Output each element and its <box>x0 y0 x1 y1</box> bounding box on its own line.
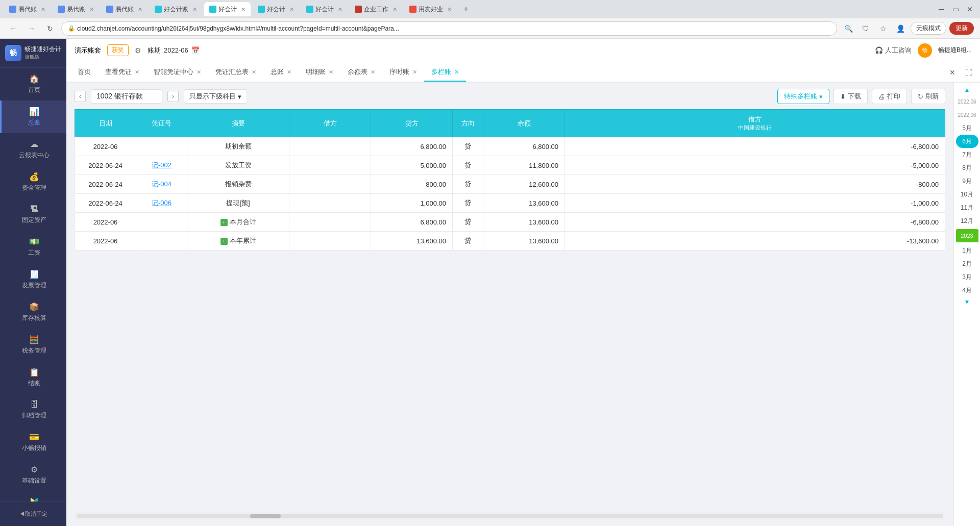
tab-close-9[interactable]: ✕ <box>447 6 452 13</box>
date-item-9[interactable]: 9月 <box>956 174 978 188</box>
browser-tab-9[interactable]: 用友好业 ✕ <box>404 2 457 16</box>
sidebar-item-ledger[interactable]: 📊 总账 <box>0 101 66 133</box>
tab-close-8[interactable]: ✕ <box>393 6 397 13</box>
tab-sequence-close[interactable]: ✕ <box>412 69 417 76</box>
tab-close-1[interactable]: ✕ <box>41 6 45 13</box>
sidebar-item-guide[interactable]: 🔰 新手引导 <box>0 491 66 502</box>
print-button[interactable]: 🖨 打印 <box>872 89 907 104</box>
date-panel-scroll-up[interactable]: ▲ <box>956 85 978 95</box>
tab-sequence-ledger[interactable]: 序时账 ✕ <box>382 63 424 82</box>
refresh-button[interactable]: ↻ 刷新 <box>911 89 945 104</box>
browser-tab-5[interactable]: 好会计 ✕ <box>204 2 251 16</box>
restore-button[interactable]: ▭ <box>949 3 962 15</box>
date-item-2022-06-row2[interactable]: 2022.06 <box>956 108 978 121</box>
account-next-button[interactable]: › <box>167 91 179 102</box>
tab-general-ledger-close[interactable]: ✕ <box>287 69 291 76</box>
tab-close-4[interactable]: ✕ <box>192 6 197 13</box>
app-logo-icon: 畅 <box>5 45 21 61</box>
date-item-8[interactable]: 8月 <box>956 161 978 174</box>
download-button[interactable]: ⬇ 下载 <box>834 89 868 104</box>
url-input[interactable]: 🔒 cloud2.chanjet.com/accounting/uh26t264… <box>61 21 837 36</box>
tab-detail-ledger[interactable]: 明细账 ✕ <box>299 63 340 82</box>
date-panel-scroll-down[interactable]: ▼ <box>956 297 978 307</box>
date-item-7[interactable]: 7月 <box>956 148 978 161</box>
settings-gear-icon[interactable]: ⚙ <box>135 46 141 55</box>
browser-tab-7[interactable]: 好会计 ✕ <box>301 2 348 16</box>
sidebar-item-archive[interactable]: 🗄 归档管理 <box>0 394 66 426</box>
browser-tab-2[interactable]: 易代账 ✕ <box>53 2 99 16</box>
tab-multi-column-close[interactable]: ✕ <box>454 69 459 76</box>
date-item-2023-3[interactable]: 3月 <box>956 270 978 284</box>
sidebar-item-tax[interactable]: 🧮 税务管理 <box>0 329 66 361</box>
unpin-button[interactable]: ◀取消固定 <box>3 507 63 521</box>
consult-button[interactable]: 🎧 人工咨询 <box>875 46 912 55</box>
table-row: 2022-06 +本月合计 6,800.00 贷 13,600.00 -6,80… <box>75 213 945 232</box>
period-calendar-icon[interactable]: 📅 <box>191 46 200 54</box>
cell-voucher-3[interactable]: 记-006 <box>136 194 187 213</box>
scroll-thumb[interactable] <box>250 514 281 518</box>
tab-general-ledger[interactable]: 总账 ✕ <box>263 63 299 82</box>
tab-smart-voucher[interactable]: 智能凭证中心 ✕ <box>146 63 208 82</box>
date-item-6[interactable]: 6月 <box>956 135 978 148</box>
sidebar-item-cloud-report[interactable]: ☁ 云报表中心 <box>0 133 66 166</box>
tab-balance-close[interactable]: ✕ <box>371 69 375 76</box>
sidebar-item-invoice[interactable]: 🧾 发票管理 <box>0 263 66 296</box>
tab-expand-icon[interactable]: ⛶ <box>962 65 976 80</box>
shield-icon[interactable]: 🛡 <box>859 21 873 36</box>
account-prev-button[interactable]: ‹ <box>75 91 86 102</box>
tab-smart-voucher-close[interactable]: ✕ <box>197 69 201 76</box>
forward-button[interactable]: → <box>24 21 39 36</box>
tab-close-3[interactable]: ✕ <box>138 6 142 13</box>
sidebar-item-settings[interactable]: ⚙ 基础设置 <box>0 459 66 491</box>
browser-tab-1[interactable]: 易代账 ✕ <box>4 2 51 16</box>
minimize-button[interactable]: ─ <box>935 3 947 15</box>
date-item-2023-2[interactable]: 2月 <box>956 257 978 270</box>
close-button[interactable]: ✕ <box>964 3 976 15</box>
show-sub-accounts-button[interactable]: 只显示下级科目 ▾ <box>184 89 247 104</box>
sidebar-item-expense[interactable]: 💳 小畅报销 <box>0 426 66 459</box>
horizontal-scrollbar[interactable] <box>75 512 945 520</box>
sidebar-item-home[interactable]: 🏠 首页 <box>0 68 66 101</box>
date-item-12[interactable]: 12月 <box>956 214 978 228</box>
sidebar-item-fund[interactable]: 💰 资金管理 <box>0 166 66 198</box>
browser-tab-3[interactable]: 易代账 ✕ <box>101 2 148 16</box>
incognito-mode-button[interactable]: 无痕模式 <box>911 22 946 35</box>
special-multi-button[interactable]: 特殊多栏账 ▾ <box>777 89 829 104</box>
new-tab-button[interactable]: + <box>459 2 473 16</box>
tab-multi-column[interactable]: 多栏账 ✕ <box>424 63 466 82</box>
date-item-2022-06-row1[interactable]: 2022.06 <box>956 95 978 108</box>
star-icon[interactable]: ☆ <box>876 21 890 36</box>
reload-button[interactable]: ↻ <box>43 21 57 36</box>
search-icon[interactable]: 🔍 <box>841 21 855 36</box>
tab-close-6[interactable]: ✕ <box>289 6 294 13</box>
tab-close-7[interactable]: ✕ <box>338 6 342 13</box>
date-item-2023-4[interactable]: 4月 <box>956 284 978 297</box>
sidebar-item-close[interactable]: 📋 结账 <box>0 361 66 394</box>
tab-home[interactable]: 首页 <box>70 63 98 82</box>
tab-voucher[interactable]: 查看凭证 ✕ <box>98 63 146 82</box>
tab-close-2[interactable]: ✕ <box>89 6 94 13</box>
cell-voucher-2[interactable]: 记-004 <box>136 175 187 194</box>
cell-voucher-1[interactable]: 记-002 <box>136 156 187 175</box>
browser-tab-4[interactable]: 好会计账 ✕ <box>150 2 202 16</box>
sidebar-item-inventory[interactable]: 📦 库存核算 <box>0 296 66 329</box>
back-button[interactable]: ← <box>6 21 20 36</box>
date-item-11[interactable]: 11月 <box>956 201 978 214</box>
tab-detail-ledger-close[interactable]: ✕ <box>329 69 333 76</box>
archive-icon: 🗄 <box>30 400 38 409</box>
update-button[interactable]: 更新 <box>949 22 974 35</box>
browser-tab-8[interactable]: 企业工作 ✕ <box>350 2 402 16</box>
tab-collapse-icon[interactable]: ✕ <box>945 65 960 80</box>
browser-tab-6[interactable]: 好会计 ✕ <box>253 2 299 16</box>
profile-icon[interactable]: 👤 <box>893 21 908 36</box>
tab-close-5[interactable]: ✕ <box>241 6 246 13</box>
tab-voucher-summary-close[interactable]: ✕ <box>252 69 256 76</box>
date-item-10[interactable]: 10月 <box>956 188 978 201</box>
sidebar-item-fixed-asset[interactable]: 🏗 固定资产 <box>0 198 66 231</box>
sidebar-item-salary[interactable]: 💵 工资 <box>0 231 66 263</box>
date-item-2023-1[interactable]: 1月 <box>956 244 978 257</box>
tab-voucher-summary[interactable]: 凭证汇总表 ✕ <box>208 63 263 82</box>
tab-balance[interactable]: 余额表 ✕ <box>340 63 382 82</box>
date-item-5[interactable]: 5月 <box>956 121 978 135</box>
tab-voucher-close[interactable]: ✕ <box>135 69 139 76</box>
